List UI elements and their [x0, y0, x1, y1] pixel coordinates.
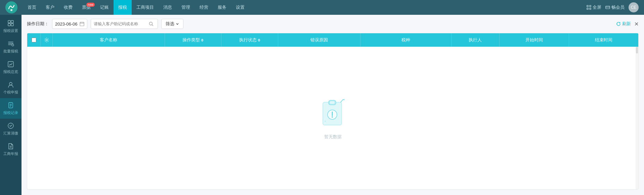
svg-rect-3	[590, 5, 591, 7]
nav-item-报税[interactable]: 报税	[114, 0, 132, 15]
sidebar-item-批量报税[interactable]: 批量报税	[0, 37, 22, 57]
sort-optype-icon	[201, 39, 204, 42]
toolbar: 操作日期： 2023-06-06 筛选	[22, 15, 644, 33]
svg-point-34	[332, 116, 333, 118]
table-body: 暂无数据	[27, 47, 638, 189]
sidebar-item-工商年报[interactable]: 工商年报	[0, 139, 22, 160]
empty-text: 暂无数据	[324, 134, 342, 140]
th-error-reason: 错误原因	[278, 33, 360, 47]
sidebar: 报税设置批量报税报税总览个税申报报税记录汇算清缴工商年报	[0, 15, 22, 195]
vip-label: 畅会员	[611, 4, 625, 10]
th-end-time: 结束时间	[569, 33, 638, 47]
sidebar-item-汇算清缴[interactable]: 汇算清缴	[0, 119, 22, 139]
scroll-thumb	[636, 47, 638, 53]
sort-exstatus-icon	[258, 39, 260, 42]
th-settings[interactable]	[41, 33, 53, 47]
svg-line-35	[341, 100, 343, 102]
refresh-icon	[616, 22, 621, 26]
batch-icon	[7, 40, 14, 47]
sidebar-item-报税记录[interactable]: 报税记录	[0, 98, 22, 119]
sidebar-label-报税记录: 报税记录	[3, 110, 18, 115]
sidebar-item-个税申报[interactable]: 个税申报	[0, 78, 22, 98]
svg-rect-6	[606, 6, 610, 9]
svg-marker-36	[343, 99, 345, 101]
nav-item-设置[interactable]: 设置	[231, 0, 249, 15]
select-all-checkbox[interactable]	[32, 38, 36, 42]
column-settings-icon	[44, 37, 49, 43]
close-button[interactable]: ✕	[634, 21, 639, 27]
nav-item-服务[interactable]: 服务	[213, 0, 231, 15]
sidebar-item-报税总览[interactable]: 报税总览	[0, 57, 22, 78]
nav-badge-票据: new	[86, 3, 95, 7]
sidebar-label-报税总览: 报税总览	[3, 69, 18, 74]
filter-label: 筛选	[166, 21, 174, 27]
svg-rect-13	[8, 62, 13, 67]
nav-items: 首页客户收费票据new记账报税工商项目消息管理经营服务设置	[23, 0, 587, 15]
nav-item-经营[interactable]: 经营	[195, 0, 213, 15]
svg-rect-4	[587, 8, 588, 9]
sidebar-label-工商年报: 工商年报	[3, 151, 18, 156]
svg-rect-9	[11, 21, 13, 23]
th-executor: 执行人	[452, 33, 500, 47]
empty-state: 暂无数据	[311, 89, 355, 147]
sidebar-label-报税设置: 报税设置	[3, 28, 18, 33]
nav-item-首页[interactable]: 首页	[23, 0, 41, 15]
personal-tax-icon	[7, 81, 14, 88]
chevron-down-icon	[176, 22, 179, 26]
vip-button[interactable]: 畅会员	[605, 4, 625, 10]
nav-right: 全屏 畅会员 CE	[587, 2, 639, 12]
svg-rect-31	[330, 101, 335, 104]
sidebar-label-汇算清缴: 汇算清缴	[3, 131, 18, 136]
date-label: 操作日期：	[27, 21, 49, 27]
date-value: 2023-06-06	[55, 22, 78, 27]
settings-icon	[7, 20, 14, 27]
filter-button[interactable]: 筛选	[161, 19, 183, 29]
nav-item-客户[interactable]: 客户	[41, 0, 59, 15]
date-input[interactable]: 2023-06-06	[52, 19, 87, 29]
sidebar-label-批量报税: 批量报税	[3, 49, 18, 54]
data-table: 客户名称 操作类型 执行状态 错误原因	[27, 33, 639, 190]
record-icon	[7, 102, 14, 109]
th-start-time: 开始时间	[500, 33, 569, 47]
top-navigation: 首页客户收费票据new记账报税工商项目消息管理经营服务设置 全屏 畅会员 CE	[0, 0, 644, 15]
svg-rect-5	[590, 8, 591, 9]
th-checkbox[interactable]	[27, 33, 41, 47]
svg-rect-8	[8, 21, 10, 23]
nav-item-消息[interactable]: 消息	[159, 0, 177, 15]
svg-point-38	[339, 122, 341, 124]
nav-item-管理[interactable]: 管理	[177, 0, 195, 15]
nav-item-票据[interactable]: 票据new	[77, 0, 95, 15]
refresh-button[interactable]: 刷新	[616, 21, 631, 27]
th-tax-type: 税种	[360, 33, 451, 47]
svg-point-28	[46, 39, 47, 41]
content-area: 操作日期： 2023-06-06 筛选	[22, 15, 644, 195]
main-layout: 报税设置批量报税报税总览个税申报报税记录汇算清缴工商年报 操作日期： 2023-…	[0, 15, 644, 195]
svg-line-27	[152, 25, 153, 26]
svg-point-14	[9, 82, 12, 85]
fullscreen-label: 全屏	[593, 4, 601, 10]
table-header: 客户名称 操作类型 执行状态 错误原因	[27, 33, 638, 47]
nav-item-记账[interactable]: 记账	[95, 0, 114, 15]
svg-point-37	[325, 121, 326, 122]
svg-rect-11	[11, 24, 13, 26]
avatar[interactable]: CE	[629, 2, 639, 12]
fullscreen-icon	[587, 5, 591, 10]
svg-rect-10	[8, 24, 10, 26]
overview-icon	[7, 61, 14, 68]
search-icon	[149, 22, 154, 26]
logo[interactable]	[5, 1, 17, 13]
th-client-name: 客户名称	[53, 33, 165, 47]
th-op-type[interactable]: 操作类型	[165, 33, 222, 47]
search-input[interactable]	[94, 22, 147, 26]
sidebar-label-个税申报: 个税申报	[3, 90, 18, 95]
svg-point-1	[10, 9, 12, 11]
nav-item-收费[interactable]: 收费	[59, 0, 77, 15]
svg-rect-2	[587, 5, 588, 7]
vip-icon	[605, 5, 610, 10]
search-wrap[interactable]	[91, 19, 158, 29]
fullscreen-button[interactable]: 全屏	[587, 4, 601, 10]
th-exec-status[interactable]: 执行状态	[221, 33, 278, 47]
scroll-indicator[interactable]	[636, 47, 638, 189]
sidebar-item-报税设置[interactable]: 报税设置	[0, 16, 22, 37]
nav-item-工商项目[interactable]: 工商项目	[132, 0, 159, 15]
